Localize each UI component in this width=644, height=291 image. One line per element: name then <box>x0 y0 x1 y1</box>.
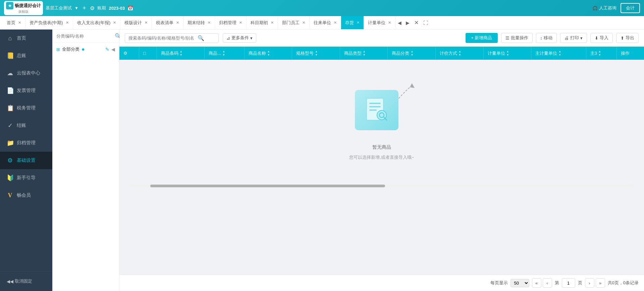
calendar-icon[interactable]: 📅 <box>127 5 133 11</box>
sidebar-item-invoice[interactable]: 📄 发票管理 <box>0 82 52 99</box>
tab-close-all-btn[interactable]: ✕ <box>412 16 421 30</box>
print-button[interactable]: 🖨 打印 ▾ <box>560 33 587 43</box>
page-first-btn[interactable]: « <box>532 278 541 288</box>
table-scrollbar-thumb[interactable] <box>150 185 385 187</box>
tab-unit-close[interactable]: ✕ <box>388 20 391 25</box>
tab-archive-close[interactable]: ✕ <box>239 20 242 25</box>
tab-prev-btn[interactable]: ◀ <box>395 16 404 30</box>
tab-tax-close[interactable]: ✕ <box>176 20 179 25</box>
col-price-method-header[interactable]: 计价方式 ▲▼ <box>436 47 484 60</box>
tab-period-end[interactable]: 期末结转 ✕ <box>183 16 215 30</box>
account-button[interactable]: 会计 <box>621 3 640 13</box>
page-next-btn[interactable]: › <box>585 278 594 288</box>
col-type-header[interactable]: 商品类型 ▲▼ <box>340 47 388 60</box>
col-check-header[interactable]: □ <box>139 47 157 60</box>
tab-period-end-close[interactable]: ✕ <box>208 20 211 25</box>
tab-counterpart[interactable]: 往来单位 ✕ <box>310 16 341 30</box>
sidebar-item-vip[interactable]: V 畅会员 <box>0 187 52 204</box>
tab-dept[interactable]: 部门员工 ✕ <box>278 16 310 30</box>
left-panel: 🔍 ⊞ 全部分类 ● ✎ ◀ <box>52 30 119 291</box>
col-spec-header[interactable]: 规格型号 ▲▼ <box>292 47 340 60</box>
settings-sidebar-icon: ⚙ <box>7 157 13 164</box>
page-size-select[interactable]: 50 10 20 100 <box>511 279 529 287</box>
category-active-dot: ● <box>82 46 85 52</box>
empty-title: 暂无商品 <box>372 144 391 150</box>
category-header[interactable]: ⊞ 全部分类 ● ✎ ◀ <box>52 43 119 56</box>
batch-operation-button[interactable]: ☰ 批量操作 <box>501 33 533 43</box>
more-filter-chevron: ▾ <box>250 36 253 41</box>
col-main-unit-header[interactable]: 主计量单位 ▲▼ <box>531 47 586 60</box>
tab-expand-btn[interactable]: ⛶ <box>421 16 430 30</box>
tab-template[interactable]: 模版设计 ✕ <box>120 16 152 30</box>
tab-balance[interactable]: 资产负债表(中期) ✕ <box>25 16 73 30</box>
product-search-icon[interactable]: 🔍 <box>198 35 204 41</box>
more-filter-label: 更多条件 <box>231 35 249 41</box>
sidebar-item-report[interactable]: ☁ 云报表中心 <box>0 64 52 82</box>
print-icon: 🖨 <box>565 36 569 41</box>
settings-icon[interactable]: ⚙ <box>90 5 95 11</box>
category-edit-icon[interactable]: ✎ <box>105 47 109 52</box>
tab-balance-close[interactable]: ✕ <box>66 20 69 25</box>
import-button[interactable]: ⬇ 导入 <box>590 33 613 43</box>
tab-tax[interactable]: 税表清单 ✕ <box>152 16 183 30</box>
export-icon: ⬆ <box>621 36 624 41</box>
col-settings-header[interactable]: ⚙ <box>119 47 139 60</box>
tab-income-close[interactable]: ✕ <box>113 20 116 25</box>
tab-inventory-close[interactable]: ✕ <box>357 20 360 25</box>
period-label: 账期 <box>97 5 106 11</box>
tab-subject-init-close[interactable]: ✕ <box>271 20 274 25</box>
product-search-input[interactable] <box>128 36 196 41</box>
batch-icon: ☰ <box>505 36 509 41</box>
page-prev-btn[interactable]: ‹ <box>543 278 552 288</box>
add-product-button[interactable]: + 新增商品 <box>466 33 497 43</box>
unpin-sidebar-btn[interactable]: ◀◀ 取消固定 <box>0 276 52 287</box>
tab-dept-close[interactable]: ✕ <box>302 20 305 25</box>
empty-illustration <box>345 80 419 140</box>
batch-label: 批量操作 <box>511 35 528 41</box>
tab-bar: 首页 ✕ 资产负债表(中期) ✕ 收入支出表(年报) ✕ 模版设计 ✕ 税表清单… <box>0 16 644 30</box>
main-panel: 🔍 ⊿ 更多条件 ▾ + 新增商品 ☰ 批量操作 ↕ <box>119 30 644 291</box>
sidebar-item-ledger[interactable]: 📒 总账 <box>0 47 52 64</box>
sidebar-item-home[interactable]: ⌂ 首页 <box>0 30 52 47</box>
tab-income[interactable]: 收入支出表(年报) ✕ <box>73 16 121 30</box>
tab-income-label: 收入支出表(年报) <box>77 20 111 26</box>
tab-inventory[interactable]: 存货 ✕ <box>341 16 364 30</box>
sidebar-item-archive[interactable]: 📁 归档管理 <box>0 134 52 152</box>
sidebar-invoice-label: 发票管理 <box>17 88 36 94</box>
human-service-btn[interactable]: 🎧 人工咨询 <box>592 5 616 11</box>
col-category-header[interactable]: 商品分类 ▲▼ <box>388 47 436 60</box>
more-filter-btn[interactable]: ⊿ 更多条件 ▾ <box>223 33 256 43</box>
col-col3-header[interactable]: 主3 ▲▼ <box>586 47 617 60</box>
table-scrollbar-track[interactable] <box>130 185 633 187</box>
col-code-header[interactable]: 商品... ▲▼ <box>205 47 244 60</box>
sidebar-item-guide[interactable]: 🔰 新手引导 <box>0 169 52 187</box>
sidebar-item-tax[interactable]: 📋 税务管理 <box>0 99 52 117</box>
tab-archive[interactable]: 归档管理 ✕ <box>215 16 247 30</box>
period-value[interactable]: 2023-03 <box>109 6 125 11</box>
company-dropdown-icon[interactable]: ▼ <box>74 6 78 10</box>
export-button[interactable]: ⬆ 导出 <box>616 33 639 43</box>
company-name[interactable]: 基层工会测试 <box>46 5 72 11</box>
tab-template-close[interactable]: ✕ <box>145 20 148 25</box>
col-name-header[interactable]: 商品名称 ▲▼ <box>244 47 292 60</box>
page-total-label: 共0页，0条记录 <box>608 280 639 286</box>
sidebar-item-close[interactable]: ✓ 结账 <box>0 117 52 134</box>
add-tab-button[interactable]: + <box>81 5 88 12</box>
col-unit-header[interactable]: 计量单位 ▲▼ <box>483 47 531 60</box>
category-search-input[interactable] <box>56 34 113 39</box>
tab-next-btn[interactable]: ▶ <box>404 16 412 30</box>
page-number-input[interactable] <box>562 278 575 288</box>
tab-inventory-label: 存货 <box>345 20 354 26</box>
category-collapse-icon[interactable]: ◀ <box>111 47 115 52</box>
tab-unit[interactable]: 计量单位 ✕ <box>364 16 395 30</box>
move-button[interactable]: ↕ 移动 <box>536 33 557 43</box>
sidebar-ledger-label: 总账 <box>17 53 26 59</box>
page-last-btn[interactable]: » <box>596 278 605 288</box>
tab-unit-label: 计量单位 <box>368 20 385 26</box>
tab-home-close[interactable]: ✕ <box>18 20 21 25</box>
col-barcode-header[interactable]: 商品条码 ▲▼ <box>157 47 205 60</box>
tab-subject-init[interactable]: 科目期初 ✕ <box>247 16 278 30</box>
tab-home[interactable]: 首页 ✕ <box>3 16 25 30</box>
sidebar-item-settings[interactable]: ⚙ 基础设置 <box>0 152 52 169</box>
tab-counterpart-close[interactable]: ✕ <box>334 20 337 25</box>
